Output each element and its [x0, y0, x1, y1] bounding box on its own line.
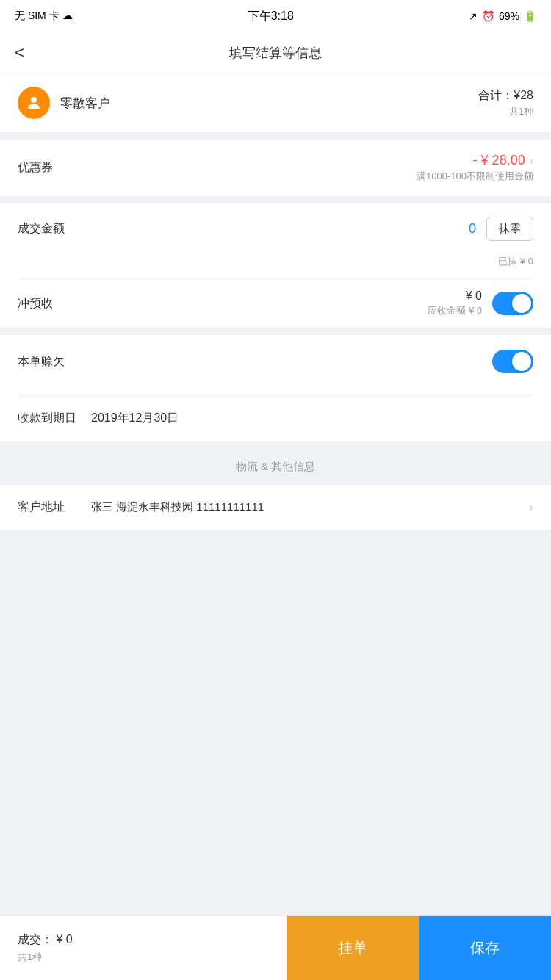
- back-button[interactable]: <: [15, 43, 24, 62]
- debt-row: 本单赊欠: [0, 335, 551, 388]
- address-section[interactable]: 客户地址 张三 海淀永丰科技园 11111111111 ›: [0, 485, 551, 530]
- prepay-row: 冲预收 ¥ 0 应收金额 ¥ 0: [0, 279, 551, 328]
- coupon-desc: 满1000-100不限制使用金额: [417, 170, 533, 183]
- bottom-summary-count: 共1种: [18, 951, 269, 964]
- hold-button[interactable]: 挂单: [287, 916, 419, 981]
- main-content: 零散客户 合计：¥28 共1种 优惠券 - ¥ 28.00 › 满1000-10…: [0, 73, 551, 603]
- deal-section: 成交金额 0 抹零 已抹 ¥ 0 冲预收 ¥ 0 应收金额 ¥ 0: [0, 203, 551, 328]
- prepay-toggle[interactable]: [492, 292, 533, 315]
- location-icon: ↗: [469, 10, 478, 22]
- battery-icon: 🔋: [524, 10, 536, 22]
- coupon-amount: - ¥ 28.00: [473, 153, 525, 168]
- debt-toggle-circle: [512, 352, 531, 371]
- logistics-divider: 物流 & 其他信息: [0, 448, 551, 485]
- coupon-right: - ¥ 28.00 › 满1000-100不限制使用金额: [417, 153, 533, 183]
- deal-amount-row: 成交金额 0 抹零: [0, 203, 551, 254]
- page-title: 填写结算等信息: [229, 44, 322, 62]
- deal-sub-text: 已抹 ¥ 0: [498, 256, 533, 267]
- address-label: 客户地址: [18, 500, 76, 515]
- coupon-row[interactable]: 优惠券 - ¥ 28.00 › 满1000-100不限制使用金额: [0, 140, 551, 196]
- deal-amount-right: 0 抹零: [469, 217, 533, 241]
- customer-row: 零散客户 合计：¥28 共1种: [0, 73, 551, 132]
- customer-right: 合计：¥28 共1种: [478, 88, 533, 118]
- duedate-label: 收款到期日: [18, 411, 76, 426]
- sim-label: 无 SIM 卡 ☁: [15, 10, 73, 23]
- svg-point-0: [31, 97, 37, 103]
- prepay-label: 冲预收: [18, 296, 53, 311]
- toggle-circle: [512, 294, 531, 313]
- customer-left: 零散客户: [18, 87, 110, 119]
- avatar: [18, 87, 50, 119]
- status-bar-time: 下午3:18: [248, 9, 294, 24]
- address-chevron-icon: ›: [529, 500, 533, 515]
- prepay-right: ¥ 0 应收金额 ¥ 0: [428, 289, 533, 317]
- address-value: 张三 海淀永丰科技园 11111111111: [91, 500, 522, 514]
- duedate-value: 2019年12月30日: [91, 411, 179, 426]
- customer-count: 共1种: [478, 105, 533, 118]
- battery-label: 69%: [499, 10, 519, 22]
- customer-name: 零散客户: [60, 95, 110, 112]
- status-bar: 无 SIM 卡 ☁ 下午3:18 ↗ ⏰ 69% 🔋: [0, 0, 551, 32]
- round-down-button[interactable]: 抹零: [486, 217, 533, 241]
- bottom-bar: 成交： ¥ 0 共1种 挂单 保存: [0, 915, 551, 980]
- status-bar-right: ↗ ⏰ 69% 🔋: [469, 10, 536, 22]
- customer-total: 合计：¥28: [478, 88, 533, 104]
- duedate-row: 收款到期日 2019年12月30日: [0, 396, 551, 441]
- deal-amount-label: 成交金额: [18, 221, 65, 237]
- alarm-icon: ⏰: [482, 10, 494, 22]
- prepay-amount: ¥ 0: [428, 289, 482, 303]
- nav-bar: < 填写结算等信息: [0, 32, 551, 73]
- debt-label: 本单赊欠: [18, 354, 65, 370]
- coupon-chevron-icon: ›: [530, 154, 533, 167]
- debt-section: 本单赊欠 收款到期日 2019年12月30日: [0, 335, 551, 441]
- status-bar-left: 无 SIM 卡 ☁: [15, 10, 73, 23]
- prepay-sub: 应收金额 ¥ 0: [428, 304, 482, 317]
- bottom-summary: 成交： ¥ 0 共1种: [0, 932, 287, 964]
- customer-section: 零散客户 合计：¥28 共1种: [0, 73, 551, 132]
- debt-toggle[interactable]: [492, 350, 533, 373]
- prepay-amounts: ¥ 0 应收金额 ¥ 0: [428, 289, 482, 317]
- coupon-label: 优惠券: [18, 160, 53, 176]
- deal-amount-value: 0: [469, 221, 476, 237]
- logistics-title: 物流 & 其他信息: [236, 460, 315, 474]
- bottom-summary-deal: 成交： ¥ 0: [18, 932, 269, 948]
- save-button[interactable]: 保存: [419, 916, 551, 981]
- coupon-section: 优惠券 - ¥ 28.00 › 满1000-100不限制使用金额: [0, 140, 551, 196]
